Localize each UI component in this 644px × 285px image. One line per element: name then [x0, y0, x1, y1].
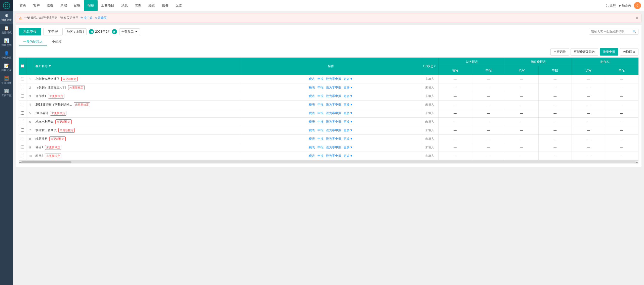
date-prev-button[interactable]: ◀ [89, 29, 94, 34]
op-taxform[interactable]: 税表 [309, 94, 315, 98]
region-selector[interactable]: 地区：上海 ℹ [65, 28, 87, 35]
user-avatar[interactable]: C [634, 2, 641, 9]
scroll-right-arrow[interactable]: ▶ [636, 161, 638, 164]
row-tax-fill: — [505, 152, 538, 160]
scroll-thumb[interactable] [21, 161, 71, 163]
nav-customer[interactable]: 客户 [30, 0, 43, 11]
op-more[interactable]: 更多▼ [344, 146, 353, 149]
op-zero-declare[interactable]: 设为零申报 [326, 111, 341, 115]
sub-tab-general[interactable]: 一般的纳税人 [19, 38, 47, 46]
row-checkbox[interactable] [19, 92, 26, 101]
op-declare[interactable]: 申报 [317, 94, 324, 98]
search-input[interactable] [591, 30, 631, 33]
op-taxform[interactable]: 税表 [309, 146, 315, 149]
op-more[interactable]: 更多▼ [344, 154, 353, 158]
op-declare[interactable]: 申报 [317, 77, 324, 81]
op-zero-declare[interactable]: 设为零申报 [326, 86, 341, 89]
row-checkbox[interactable] [19, 109, 26, 118]
op-taxform[interactable]: 税表 [309, 77, 315, 81]
nav-commerce[interactable]: 工商项目 [98, 0, 118, 11]
op-zero-declare[interactable]: 设为零申报 [326, 137, 341, 140]
nav-bookkeeping[interactable]: 记账 [70, 0, 84, 11]
member-button[interactable]: ▶ 畅会员 [619, 3, 631, 8]
notice-close-button[interactable]: ✕ [636, 16, 638, 20]
tab-lingshenba[interactable]: 零申报 [43, 28, 63, 35]
op-more[interactable]: 更多▼ [344, 77, 353, 81]
row-name: 科目2 未更新核定 [34, 152, 241, 160]
op-taxform[interactable]: 税表 [309, 120, 315, 123]
staff-selector[interactable]: 全部员工 ▼ [119, 28, 140, 35]
sort-icon[interactable]: ▼ [48, 64, 51, 68]
op-declare[interactable]: 申报 [317, 120, 324, 123]
row-checkbox[interactable] [19, 118, 26, 126]
row-checkbox[interactable] [19, 101, 26, 109]
op-more[interactable]: 更多▼ [344, 94, 353, 98]
btn-shouqu[interactable]: 收取回执 [620, 48, 638, 56]
op-declare[interactable]: 申报 [317, 111, 324, 115]
search-icon[interactable]: 🔍 [632, 30, 636, 33]
nav-message[interactable]: 消息 [118, 0, 131, 11]
op-zero-declare[interactable]: 设为零申报 [326, 77, 341, 81]
op-taxform[interactable]: 税表 [309, 111, 315, 115]
notice-link-shenbaohui[interactable]: 申报汇签 [80, 16, 93, 20]
row-checkbox[interactable] [19, 135, 26, 143]
nav-invoice[interactable]: 票据 [57, 0, 70, 11]
op-more[interactable]: 更多▼ [344, 128, 353, 132]
op-declare[interactable]: 申报 [317, 128, 324, 132]
select-all-checkbox[interactable] [21, 64, 24, 68]
sidebar-item-baoshuijilu[interactable]: 📝 报税记录 [0, 61, 13, 74]
sidebar-item-geshui[interactable]: 👤 个税申报 [0, 49, 13, 61]
op-more[interactable]: 更多▼ [344, 86, 353, 89]
fullscreen-button[interactable]: ⛶ 全屏 [606, 3, 616, 8]
op-zero-declare[interactable]: 设为零申报 [326, 128, 341, 132]
op-zero-declare[interactable]: 设为零申报 [326, 94, 341, 98]
row-checkbox[interactable] [19, 152, 26, 160]
op-declare[interactable]: 申报 [317, 86, 324, 89]
op-taxform[interactable]: 税表 [309, 154, 315, 158]
op-zero-declare[interactable]: 设为零申报 [326, 120, 341, 123]
op-more[interactable]: 更多▼ [344, 103, 353, 106]
btn-piliangshenba[interactable]: 批量申报 [600, 48, 618, 56]
calc-icon: 🧮 [4, 76, 9, 81]
sub-tab-small[interactable]: 小规模 [47, 38, 66, 46]
nav-service[interactable]: 服务 [158, 0, 172, 11]
sidebar-item-piliangshuibao[interactable]: 📋 批量报税 [0, 24, 13, 36]
row-checkbox[interactable] [19, 83, 26, 92]
op-taxform[interactable]: 税表 [309, 137, 315, 140]
op-taxform[interactable]: 税表 [309, 128, 315, 132]
notice-link-buynow[interactable]: 立即购买 [95, 16, 107, 20]
btn-shenbaojilu[interactable]: 申报记录 [550, 48, 569, 56]
nav-fee[interactable]: 收费 [43, 0, 57, 11]
row-tax-declare: — [538, 83, 572, 92]
row-checkbox[interactable] [19, 143, 26, 152]
op-declare[interactable]: 申报 [317, 137, 324, 140]
scroll-left-arrow[interactable]: ◀ [19, 161, 21, 164]
op-declare[interactable]: 申报 [317, 103, 324, 106]
tab-shuikuanshenba[interactable]: 税款申报 [19, 28, 41, 35]
th-tax-declare: 申报 [538, 66, 572, 75]
op-taxform[interactable]: 税表 [309, 103, 315, 106]
op-zero-declare[interactable]: 设为零申报 [326, 154, 341, 158]
date-next-button[interactable]: ▶ [112, 29, 117, 34]
btn-update[interactable]: 更新税定及取数 [571, 48, 598, 56]
sidebar-item-baoshuishezhi[interactable]: ⚙ 报税设置 [0, 11, 13, 24]
sidebar-item-gongshangnianbao[interactable]: 🏢 工商年报 [0, 86, 13, 99]
sidebar-item-huisuanqingjiao[interactable]: 🧮 汇算清缴 [0, 74, 13, 86]
nav-management[interactable]: 管理 [131, 0, 145, 11]
op-taxform[interactable]: 税表 [309, 86, 315, 89]
op-zero-declare[interactable]: 设为零申报 [326, 146, 341, 149]
nav-settings[interactable]: 设置 [172, 0, 186, 11]
op-more[interactable]: 更多▼ [344, 111, 353, 115]
nav-home[interactable]: 首页 [16, 0, 30, 11]
op-declare[interactable]: 申报 [317, 154, 324, 158]
horizontal-scrollbar[interactable]: ◀ ▶ [19, 160, 638, 164]
row-checkbox[interactable] [19, 75, 26, 83]
row-checkbox[interactable] [19, 126, 26, 135]
op-declare[interactable]: 申报 [317, 146, 324, 149]
op-more[interactable]: 更多▼ [344, 120, 353, 123]
op-more[interactable]: 更多▼ [344, 137, 353, 140]
op-zero-declare[interactable]: 设为零申报 [326, 103, 341, 106]
nav-tax[interactable]: 报税 [84, 0, 98, 11]
sidebar-item-baoshuizonglan[interactable]: 📊 报税总览 [0, 36, 13, 49]
nav-operations[interactable]: 经营 [145, 0, 158, 11]
